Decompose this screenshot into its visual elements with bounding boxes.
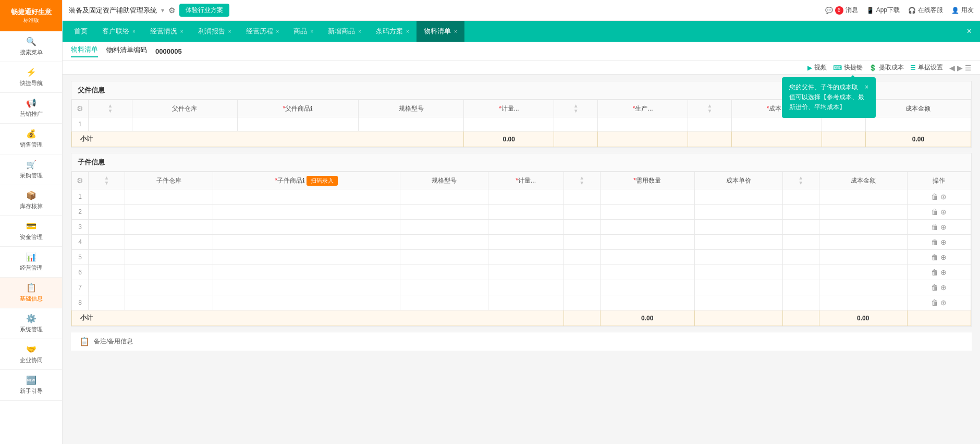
child-row-2-qty[interactable] [488, 205, 564, 220]
child-row-1-unit-cost[interactable] [694, 189, 782, 205]
parent-row-1-cost[interactable] [731, 117, 822, 131]
video-toolbar-item[interactable]: ▶ 视频 [807, 63, 827, 72]
delete-icon-5[interactable]: 🗑 [931, 253, 938, 261]
sidebar-item-search[interactable]: 🔍搜索菜单 [0, 31, 62, 62]
delete-icon-1[interactable]: 🗑 [931, 193, 938, 201]
copy-icon-5[interactable]: ⊕ [940, 253, 947, 261]
scan-button[interactable]: 扫码录入 [307, 176, 338, 186]
child-row-7-goods[interactable] [213, 280, 400, 295]
child-row-7-needed[interactable] [600, 280, 694, 295]
experience-button[interactable]: 体验行业方案 [179, 4, 229, 17]
copy-icon-2[interactable]: ⊕ [940, 208, 947, 216]
child-row-8-qty[interactable] [488, 295, 564, 310]
sidebar-item-nav[interactable]: ⚡快捷导航 [0, 62, 62, 93]
parent-row-1-production[interactable] [598, 117, 688, 131]
nav-tab-close-profit[interactable]: × [228, 29, 231, 34]
child-row-5-unit-cost[interactable] [694, 250, 782, 265]
child-row-5-qty[interactable] [488, 250, 564, 265]
nav-tab-bom[interactable]: 物料清单× [416, 21, 464, 42]
child-row-2-spec[interactable] [400, 205, 488, 220]
child-row-1-warehouse[interactable] [125, 189, 213, 205]
child-row-2-goods[interactable] [213, 205, 400, 220]
copy-icon-6[interactable]: ⊕ [940, 268, 947, 277]
child-row-3-qty[interactable] [488, 220, 564, 235]
delete-icon-7[interactable]: 🗑 [931, 283, 938, 292]
nav-tab-close-history[interactable]: × [276, 29, 279, 34]
child-row-4-qty[interactable] [488, 235, 564, 250]
child-row-5-needed[interactable] [600, 250, 694, 265]
nav-tab-close-barcode[interactable]: × [406, 29, 409, 34]
nav-tab-close-goods[interactable]: × [310, 29, 313, 34]
parent-row-1-goods[interactable] [237, 117, 358, 131]
cost-toolbar-item[interactable]: 💲 提取成本 [869, 63, 904, 72]
child-row-8-spec[interactable] [400, 295, 488, 310]
sidebar-item-basic[interactable]: 📋基础信息 [0, 278, 62, 308]
sidebar-item-purchase[interactable]: 🛒采购管理 [0, 154, 62, 185]
child-row-3-unit-cost[interactable] [694, 220, 782, 235]
child-row-6-qty[interactable] [488, 265, 564, 280]
nav-tab-home[interactable]: 首页 [67, 21, 95, 42]
nav-prev[interactable]: ◀ [949, 64, 955, 72]
nav-tab-close-bom[interactable]: × [454, 29, 457, 34]
app-download-item[interactable]: 📱 App下载 [866, 6, 900, 15]
child-row-1-needed[interactable] [600, 189, 694, 205]
child-row-5-goods[interactable] [213, 250, 400, 265]
child-row-4-spec[interactable] [400, 235, 488, 250]
child-row-3-goods[interactable] [213, 220, 400, 235]
sub-tab-list[interactable]: 物料清单 [71, 45, 98, 57]
nav-tab-new_goods[interactable]: 新增商品× [321, 21, 369, 42]
child-row-4-unit-cost[interactable] [694, 235, 782, 250]
child-row-8-unit-cost[interactable] [694, 295, 782, 310]
child-row-4-goods[interactable] [213, 235, 400, 250]
child-col-settings[interactable]: ⚙ [72, 172, 89, 189]
child-row-1-qty[interactable] [488, 189, 564, 205]
child-row-6-needed[interactable] [600, 265, 694, 280]
shortcut-toolbar-item[interactable]: ⌨ 快捷键 [833, 63, 863, 72]
child-row-5-spec[interactable] [400, 250, 488, 265]
nav-tab-close-customer[interactable]: × [132, 29, 136, 34]
sidebar-item-guide[interactable]: 🆕新手引导 [0, 370, 62, 401]
child-row-8-needed[interactable] [600, 295, 694, 310]
child-row-2-warehouse[interactable] [125, 205, 213, 220]
copy-icon-7[interactable]: ⊕ [940, 283, 947, 292]
gear-icon[interactable]: ⚙ [168, 6, 175, 15]
delete-icon-3[interactable]: 🗑 [931, 223, 938, 231]
copy-icon-3[interactable]: ⊕ [940, 223, 947, 231]
sub-tab-code-label[interactable]: 物料清单编码 [106, 45, 147, 57]
sidebar-item-marketing[interactable]: 📢营销推广 [0, 93, 62, 124]
nav-tab-operation[interactable]: 经营情况× [143, 21, 191, 42]
tooltip-close-button[interactable]: × [865, 82, 868, 92]
child-row-7-spec[interactable] [400, 280, 488, 295]
child-row-3-warehouse[interactable] [125, 220, 213, 235]
child-row-6-unit-cost[interactable] [694, 265, 782, 280]
nav-tab-profit[interactable]: 利润报告× [191, 21, 239, 42]
sidebar-item-inventory[interactable]: 📦库存核算 [0, 185, 62, 216]
child-row-4-warehouse[interactable] [125, 235, 213, 250]
child-row-8-warehouse[interactable] [125, 295, 213, 310]
sidebar-item-sales[interactable]: 💰销售管理 [0, 124, 62, 154]
nav-tab-close-operation[interactable]: × [180, 29, 183, 34]
sidebar-item-enterprise[interactable]: 🤝企业协同 [0, 339, 62, 370]
parent-row-1-warehouse[interactable] [132, 117, 237, 131]
child-row-2-unit-cost[interactable] [694, 205, 782, 220]
nav-menu[interactable]: ☰ [965, 64, 972, 72]
nav-tab-goods[interactable]: 商品× [286, 21, 321, 42]
message-item[interactable]: 💬 6 消息 [825, 6, 858, 15]
dropdown-icon[interactable]: ▾ [161, 7, 164, 14]
user-item[interactable]: 👤 用友 [951, 6, 974, 15]
sidebar-item-operation_mgr[interactable]: 📊经营管理 [0, 247, 62, 278]
online-service-item[interactable]: 🎧 在线客服 [908, 6, 943, 15]
sidebar-item-system[interactable]: ⚙️系统管理 [0, 308, 62, 339]
parent-row-1-qty[interactable] [464, 117, 554, 131]
child-row-1-spec[interactable] [400, 189, 488, 205]
delete-icon-6[interactable]: 🗑 [931, 268, 938, 277]
child-row-7-qty[interactable] [488, 280, 564, 295]
copy-icon-8[interactable]: ⊕ [940, 298, 947, 307]
child-row-3-spec[interactable] [400, 220, 488, 235]
child-row-4-needed[interactable] [600, 235, 694, 250]
delete-icon-4[interactable]: 🗑 [931, 238, 938, 246]
nav-tab-customer[interactable]: 客户联络× [95, 21, 143, 42]
delete-icon-2[interactable]: 🗑 [931, 208, 938, 216]
nav-next[interactable]: ▶ [957, 64, 963, 72]
parent-row-1-spec[interactable] [359, 117, 464, 131]
